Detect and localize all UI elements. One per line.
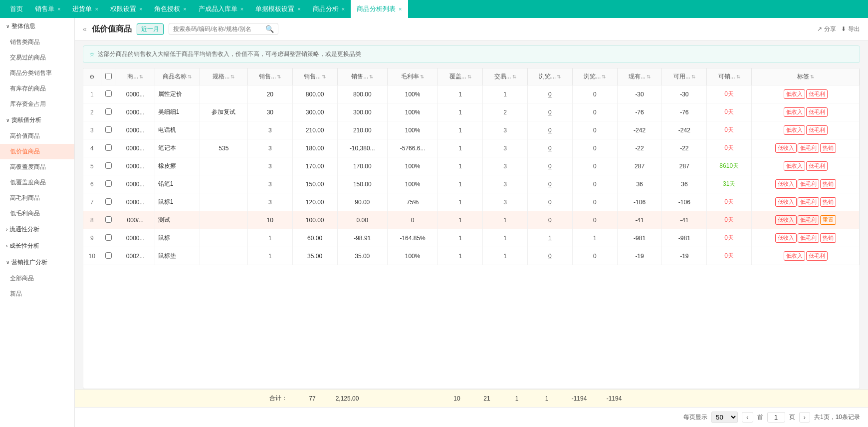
row-view2: 1 — [572, 229, 617, 247]
search-icon[interactable]: 🔍 — [265, 25, 274, 33]
row-view1[interactable]: 0 — [527, 175, 572, 193]
sidebar-item-stock-fund[interactable]: 库存资金占用 — [0, 96, 74, 112]
th-sellable-days[interactable]: 可销...⇅ — [707, 68, 752, 85]
sidebar-group-overall-header[interactable]: ∨ 整体信息 — [0, 18, 74, 34]
nav-template-close[interactable]: × — [297, 6, 300, 12]
th-sales-qty[interactable]: 销售...⇅ — [247, 68, 292, 85]
nav-sales[interactable]: 销售单× — [29, 0, 66, 18]
sidebar-item-all-products[interactable]: 全部商品 — [0, 271, 74, 286]
view1-link[interactable]: 0 — [548, 163, 552, 170]
row-checkbox[interactable] — [105, 126, 112, 133]
view1-link[interactable]: 0 — [548, 127, 552, 134]
per-page-select[interactable]: 50 100 — [711, 412, 738, 423]
row-checkbox[interactable] — [105, 180, 112, 187]
sidebar-group-marketing-header[interactable]: ∨ 营销推广分析 — [0, 254, 74, 271]
th-tags[interactable]: 标签⇅ — [752, 68, 860, 85]
nav-permission-close[interactable]: × — [139, 6, 142, 12]
search-input[interactable] — [173, 25, 265, 32]
sidebar-group-liquidity-header[interactable]: › 流通性分析 — [0, 221, 74, 238]
row-view1[interactable]: 0 — [527, 193, 572, 211]
th-sales-amt[interactable]: 销售...⇅ — [292, 68, 337, 85]
nav-purchase-close[interactable]: × — [95, 6, 98, 12]
select-all-checkbox[interactable] — [105, 73, 112, 79]
nav-template[interactable]: 单据模板设置× — [249, 0, 306, 18]
next-page-btn[interactable]: › — [799, 412, 810, 423]
th-code[interactable]: 商...⇅ — [116, 68, 155, 85]
th-gross-margin[interactable]: 毛利率⇅ — [387, 68, 437, 85]
row-checkbox[interactable] — [105, 108, 112, 115]
sidebar-group-growth-header[interactable]: › 成长性分析 — [0, 238, 74, 254]
row-code: 0000... — [116, 193, 155, 211]
nav-sales-close[interactable]: × — [57, 6, 60, 12]
view1-link[interactable]: 0 — [548, 181, 552, 188]
row-view1[interactable]: 0 — [527, 211, 572, 229]
sidebar-item-high-coverage[interactable]: 高覆盖度商品 — [0, 159, 74, 175]
view1-link[interactable]: 0 — [548, 109, 552, 116]
view1-link[interactable]: 0 — [548, 91, 552, 98]
view1-link[interactable]: 0 — [548, 253, 552, 260]
nav-home[interactable]: 首页 — [4, 0, 29, 18]
nav-product-close[interactable]: × — [240, 6, 243, 12]
row-view1[interactable]: 0 — [527, 121, 572, 139]
th-view2[interactable]: 浏览...⇅ — [572, 68, 617, 85]
row-view1[interactable]: 0 — [527, 85, 572, 103]
th-trans[interactable]: 交易...⇅ — [483, 68, 528, 85]
sidebar-item-stock-products[interactable]: 有库存的商品 — [0, 81, 74, 96]
time-filter-btn[interactable]: 近一月 — [137, 23, 164, 35]
collapse-sidebar-btn[interactable]: « — [83, 25, 87, 33]
first-page-btn[interactable]: ‹ — [742, 412, 753, 423]
sidebar-item-low-value[interactable]: 低价值商品 — [0, 144, 74, 159]
row-view1[interactable]: 0 — [527, 103, 572, 121]
view1-link[interactable]: 0 — [548, 145, 552, 152]
th-coverage[interactable]: 覆盖...⇅ — [438, 68, 483, 85]
nav-analysis[interactable]: 商品分析× — [307, 0, 351, 18]
row-view1[interactable]: 0 — [527, 157, 572, 175]
view1-link[interactable]: 1 — [548, 235, 552, 242]
view1-link[interactable]: 0 — [548, 199, 552, 206]
row-current-stock: -30 — [617, 85, 662, 103]
th-settings[interactable]: ⚙ — [83, 68, 101, 85]
sidebar-item-new-products[interactable]: 新品 — [0, 286, 74, 302]
row-code: 0000... — [116, 139, 155, 157]
th-sales-profit[interactable]: 销售...⇅ — [337, 68, 387, 85]
sidebar-item-high-value[interactable]: 高价值商品 — [0, 128, 74, 144]
row-view1[interactable]: 0 — [527, 139, 572, 157]
th-available-stock[interactable]: 可用...⇅ — [662, 68, 707, 85]
row-checkbox[interactable] — [105, 234, 112, 241]
sidebar-group-contribution-header[interactable]: ∨ 贡献值分析 — [0, 112, 74, 128]
share-btn[interactable]: ↗ 分享 — [817, 25, 836, 33]
sidebar-item-category-rate[interactable]: 商品分类销售率 — [0, 65, 74, 81]
nav-product[interactable]: 产成品入库单× — [193, 0, 249, 18]
sidebar-item-high-margin[interactable]: 高毛利商品 — [0, 190, 74, 206]
sidebar-item-traded-products[interactable]: 交易过的商品 — [0, 50, 74, 65]
tag-低收入: 低收入 — [775, 215, 797, 225]
nav-purchase[interactable]: 进货单× — [66, 0, 104, 18]
row-checkbox[interactable] — [105, 162, 112, 169]
th-spec[interactable]: 规格...⇅ — [200, 68, 247, 85]
nav-analysis-list-close[interactable]: × — [399, 6, 402, 12]
row-view1[interactable]: 0 — [527, 247, 572, 265]
row-checkbox[interactable] — [105, 198, 112, 205]
row-tags: 低收入低毛利重置 — [752, 211, 860, 229]
share-icon: ↗ — [817, 25, 822, 32]
th-view1[interactable]: 浏览...⇅ — [527, 68, 572, 85]
row-checkbox[interactable] — [105, 90, 112, 97]
th-name[interactable]: 商品名称⇅ — [155, 68, 200, 85]
row-checkbox[interactable] — [105, 144, 112, 151]
sidebar-item-sales-products[interactable]: 销售类商品 — [0, 34, 74, 50]
nav-analysis-list[interactable]: 商品分析列表× — [351, 0, 408, 18]
th-current-stock[interactable]: 现有...⇅ — [617, 68, 662, 85]
nav-permission[interactable]: 权限设置× — [104, 0, 148, 18]
row-view1[interactable]: 1 — [527, 229, 572, 247]
view1-link[interactable]: 0 — [548, 217, 552, 224]
row-view2: 0 — [572, 85, 617, 103]
page-input[interactable] — [767, 412, 785, 423]
row-checkbox[interactable] — [105, 216, 112, 223]
nav-role[interactable]: 角色授权× — [148, 0, 192, 18]
nav-role-close[interactable]: × — [183, 6, 186, 12]
sidebar-item-low-coverage[interactable]: 低覆盖度商品 — [0, 175, 74, 190]
row-checkbox[interactable] — [105, 252, 112, 259]
sidebar-item-low-margin[interactable]: 低毛利商品 — [0, 206, 74, 221]
nav-analysis-close[interactable]: × — [342, 6, 345, 12]
export-btn[interactable]: ⬇ 导出 — [841, 25, 860, 33]
